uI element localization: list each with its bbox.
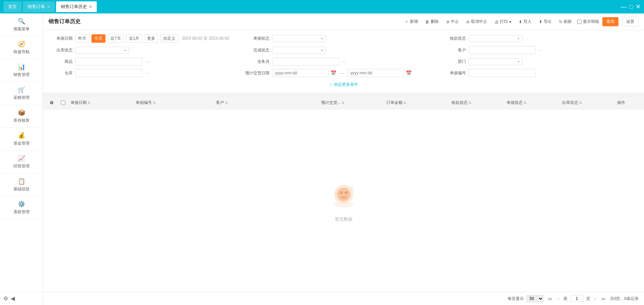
th-check [58, 101, 68, 105]
th-receipt-label: 收款状态 [452, 100, 468, 106]
sidebar-collapse-icon[interactable]: ◀ [11, 295, 15, 302]
th-delivery-label: 预计交货... [321, 100, 341, 106]
display-detail-label: 显示明细 [583, 19, 599, 25]
page-number-input[interactable] [570, 295, 584, 302]
sidebar-item-sales[interactable]: 📊 销售管理 [0, 59, 43, 82]
sales-more-icon[interactable]: ··· [342, 59, 346, 64]
tab-home[interactable]: 首页 [3, 1, 22, 12]
stop-button[interactable]: ⊘ 中止 [444, 17, 461, 26]
status-dropdown-icon: ▾ [321, 37, 323, 40]
query-button[interactable]: 查询 [602, 17, 618, 26]
sidebar-item-operations[interactable]: 📈 经营管理 [0, 151, 43, 174]
sidebar-item-quicknav[interactable]: 🧭 快捷导航 [0, 36, 43, 59]
order-no-input[interactable] [469, 69, 536, 77]
tab-sales-history[interactable]: 销售订单历史 ✕ [56, 1, 97, 12]
date-btn-yesterday[interactable]: 昨天 [75, 34, 89, 43]
calendar-start-icon[interactable]: 📅 [331, 70, 336, 76]
tab-sales-order[interactable]: 销售订单 ✕ [23, 1, 55, 12]
sidebar-item-system[interactable]: ⚙️ 系统管理 [0, 196, 43, 219]
page-size-select[interactable]: 50 10 20 100 [526, 295, 544, 302]
sales-input[interactable] [272, 58, 339, 66]
dept-control: ▾ [469, 58, 639, 65]
date-btn-custom[interactable]: 自定义 [160, 34, 178, 43]
next-page-button[interactable]: › [593, 295, 597, 302]
sidebar-item-finance[interactable]: 💰 资金管理 [0, 128, 43, 151]
display-detail-toggle[interactable]: 显示明细 [577, 19, 599, 25]
system-icon: ⚙️ [18, 200, 25, 208]
out-status-select[interactable]: ▾ [75, 47, 129, 54]
dept-select[interactable]: ▾ [469, 58, 522, 65]
th-status[interactable]: 单据状态 ⇅ [504, 100, 559, 106]
th-no[interactable]: 单据编号 ⇅ [133, 100, 213, 106]
receipt-status-select[interactable]: ▾ [469, 35, 522, 42]
th-out[interactable]: 出库状态 ⇅ [559, 100, 614, 106]
delete-label: 删除 [431, 19, 439, 25]
prev-page-button[interactable]: ‹ [556, 295, 561, 302]
status-select[interactable]: ▾ [272, 35, 326, 42]
tab-sales-order-close[interactable]: ✕ [47, 5, 50, 9]
sidebar-item-operations-label: 经营管理 [13, 163, 30, 169]
select-all-checkbox[interactable] [61, 101, 65, 105]
delivery-date-start[interactable] [272, 69, 329, 77]
tab-sales-history-close[interactable]: ✕ [89, 5, 92, 9]
warehouse-input[interactable] [75, 69, 142, 77]
th-delivery[interactable]: 预计交货... ⇅ [318, 100, 384, 106]
print-button[interactable]: 🖨 打印 ▾ [492, 17, 513, 26]
add-icon: ＋ [404, 19, 409, 25]
th-date[interactable]: 单据日期 ⇅ [68, 100, 133, 106]
first-page-button[interactable]: ⏮ [546, 295, 554, 302]
sidebar: 🔍 搜索菜单 🧭 快捷导航 📊 销售管理 🛒 采购管理 📦 库存核算 💰 资金管… [0, 13, 43, 305]
sidebar-item-system-label: 系统管理 [13, 209, 30, 215]
th-amount[interactable]: 订单金额 ⇅ [384, 100, 449, 106]
delete-button[interactable]: 🗑 删除 [423, 17, 441, 26]
settings-button[interactable]: 设置 [622, 17, 639, 27]
date-btn-more[interactable]: 更多 [144, 34, 158, 43]
customer-input[interactable] [469, 46, 536, 54]
sidebar-item-search[interactable]: 🔍 搜索菜单 [0, 13, 43, 36]
order-no-control [469, 69, 639, 77]
sidebar-settings-icon[interactable]: ⚙ [3, 295, 8, 302]
import-label: 导入 [523, 19, 531, 25]
operations-icon: 📈 [18, 155, 25, 162]
complete-status-select[interactable]: ▾ [272, 47, 326, 54]
warehouse-label: 仓库 [48, 70, 75, 76]
date-btn-1month[interactable]: 近1月 [126, 34, 142, 43]
cancel-stop-icon: ⊘ [466, 20, 470, 24]
import-button[interactable]: ⬇ 导入 [517, 17, 533, 26]
top-bar-close[interactable]: ✕ [636, 3, 641, 10]
no-sort-icon: ⇅ [153, 101, 156, 105]
top-bar-maximize[interactable]: □ [629, 3, 633, 10]
sidebar-item-basic[interactable]: 📋 基础信息 [0, 174, 43, 196]
svg-line-7 [352, 185, 352, 187]
cancel-stop-button[interactable]: ⊘ 取消中止 [464, 17, 489, 26]
refresh-button[interactable]: ↻ 刷新 [557, 17, 574, 26]
goods-more-icon[interactable]: ··· [145, 59, 149, 64]
date-btn-7days[interactable]: 近7天 [108, 34, 124, 43]
add-button[interactable]: ＋ 新增 [402, 17, 420, 26]
delete-icon: 🗑 [425, 20, 429, 24]
column-settings-icon[interactable]: ⚙ [50, 100, 54, 105]
date-btn-today[interactable]: 今天 [91, 34, 105, 43]
th-settings: ⚙ [46, 100, 58, 105]
calendar-end-icon[interactable]: 📅 [406, 70, 412, 76]
goods-input[interactable] [75, 58, 142, 66]
last-page-button[interactable]: ⏭ [600, 295, 607, 302]
sales-control: ··· [272, 58, 442, 66]
page-size-label: 每页显示 [508, 296, 524, 302]
complete-status-label: 完成状态 [245, 47, 272, 53]
export-button[interactable]: ⬆ 导出 [537, 17, 554, 26]
filter-row-4: 仓库 ··· 预计交货日期 📅 — 📅 单据编号 [48, 69, 639, 77]
display-detail-checkbox[interactable] [577, 20, 582, 24]
collapse-row[interactable]: △ 收起更多条件 [48, 80, 639, 89]
collapse-label: △ 收起更多条件 [329, 82, 358, 87]
th-action: 操作 [614, 100, 641, 106]
sidebar-item-inventory[interactable]: 📦 库存核算 [0, 105, 43, 128]
customer-more-icon[interactable]: ··· [539, 47, 543, 53]
warehouse-more-icon[interactable]: ··· [145, 70, 149, 76]
th-receipt[interactable]: 收款状态 ⇅ [449, 100, 504, 106]
delivery-date-end[interactable] [347, 69, 404, 77]
top-bar-minimize[interactable]: — [620, 3, 627, 10]
sidebar-item-purchase[interactable]: 🛒 采购管理 [0, 82, 43, 105]
complete-dropdown-icon: ▾ [321, 48, 323, 52]
th-customer[interactable]: 客户 ⇅ [213, 100, 318, 106]
